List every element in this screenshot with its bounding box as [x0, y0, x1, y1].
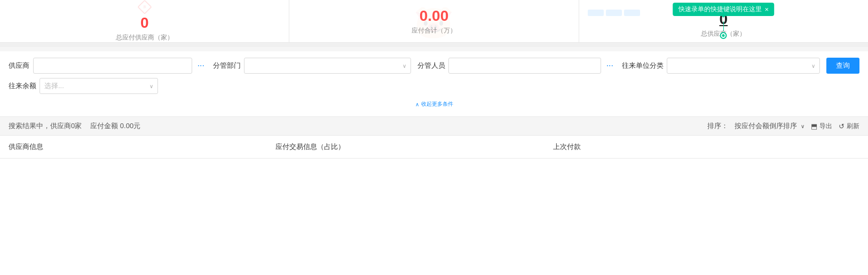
shortcut-tooltip: 快速录单的快捷键说明在这里 × — [673, 3, 775, 16]
collapse-up-icon: ∧ — [415, 101, 419, 107]
table-col-supplier: 供应商信息 — [9, 142, 275, 152]
query-button[interactable]: 查询 — [826, 58, 859, 74]
person-dots-btn[interactable]: ··· — [604, 61, 616, 70]
person-filter-group: 分管人员 ··· — [417, 58, 616, 74]
payable-suppliers-number: 0 — [140, 14, 149, 32]
result-right: 排序： 按应付会额倒序排序 ∨ ⬒ 导出 ↺ 刷新 — [707, 121, 859, 131]
table-area: 供应商信息 应付交易信息（占比） 上次付款 — [0, 136, 868, 275]
filter-area: 供应商 ··· 分管部门 ∨ 分管人员 ··· 往来单位分类 — [0, 51, 868, 117]
collapse-btn[interactable]: ∧ 收起更多条件 — [9, 98, 859, 112]
export-label: 导出 — [819, 122, 832, 131]
sort-value: 按应付会额倒序排序 — [735, 121, 797, 131]
dept-chevron-icon: ∨ — [403, 63, 406, 69]
payable-total-label: 应付合计（万） — [412, 26, 456, 35]
person-label: 分管人员 — [417, 61, 445, 70]
export-icon: ⬒ — [811, 122, 817, 130]
supplier-count-label: 搜索结果中，供应商0家 — [9, 121, 82, 131]
table-header: 供应商信息 应付交易信息（占比） 上次付款 — [0, 136, 868, 159]
result-left: 搜索结果中，供应商0家 应付金额 0.00元 — [9, 121, 140, 131]
sort-prefix-label: 排序： — [707, 121, 728, 131]
category-select[interactable]: ∨ — [667, 58, 820, 74]
dept-select[interactable]: ∨ — [244, 58, 411, 74]
payable-suppliers-label: 总应付供应商（家） — [116, 33, 173, 42]
table-col-last-payment: 上次付款 — [553, 142, 859, 152]
top-divider — [0, 43, 868, 47]
dept-filter-group: 分管部门 ∨ — [213, 58, 411, 74]
supplier-input[interactable] — [33, 58, 192, 74]
tooltip-close-icon[interactable]: × — [765, 6, 769, 13]
tooltip-text: 快速录单的快捷键说明在这里 — [678, 5, 762, 14]
tooltip-line — [723, 21, 724, 31]
collapse-label: 收起更多条件 — [421, 100, 453, 108]
filter-row-1: 供应商 ··· 分管部门 ∨ 分管人员 ··· 往来单位分类 — [9, 58, 859, 74]
person-input[interactable] — [448, 58, 601, 74]
summary-total-suppliers: 快速录单的快捷键说明在这里 × 0 总供应商（家） — [579, 0, 868, 42]
balance-select[interactable]: 选择... ∨ — [40, 78, 158, 94]
result-bar: 搜索结果中，供应商0家 应付金额 0.00元 排序： 按应付会额倒序排序 ∨ ⬒… — [0, 117, 868, 136]
table-body — [0, 159, 868, 275]
payable-total-number: 0.00 — [420, 7, 449, 25]
supplier-dots-btn[interactable]: ··· — [195, 61, 207, 70]
supplier-label: 供应商 — [9, 61, 30, 70]
balance-chevron-icon: ∨ — [149, 83, 153, 89]
supplier-input-wrapper — [33, 58, 192, 74]
summary-payable-suppliers: 票 0 总应付供应商（家） — [0, 0, 289, 42]
refresh-icon: ↺ — [839, 122, 845, 130]
table-col-transaction: 应付交易信息（占比） — [275, 142, 553, 152]
balance-label: 往来余额 — [9, 81, 36, 91]
supplier-filter-group: 供应商 ··· — [9, 58, 207, 74]
diamond-logo-icon: 票 — [131, 0, 158, 14]
refresh-label: 刷新 — [847, 122, 859, 131]
export-btn[interactable]: ⬒ 导出 — [811, 122, 832, 131]
filter-row-2: 往来余额 选择... ∨ — [9, 78, 859, 94]
refresh-btn[interactable]: ↺ 刷新 — [839, 122, 859, 131]
tooltip-dot — [721, 33, 726, 38]
summary-payable-total: 🐷 0.00 应付合计（万） — [289, 0, 579, 42]
balance-placeholder: 选择... — [44, 81, 64, 91]
balance-filter-group: 往来余额 选择... ∨ — [9, 78, 158, 94]
sort-chevron-icon: ∨ — [801, 123, 804, 129]
bg-boxes — [588, 10, 640, 16]
person-input-wrapper — [448, 58, 601, 74]
category-chevron-icon: ∨ — [811, 63, 815, 69]
svg-text:票: 票 — [143, 5, 146, 9]
sort-select[interactable]: 按应付会额倒序排序 ∨ — [735, 121, 804, 131]
amount-label: 应付金额 0.00元 — [90, 121, 140, 131]
dept-label: 分管部门 — [213, 61, 241, 70]
category-filter-group: 往来单位分类 ∨ — [622, 58, 820, 74]
category-label: 往来单位分类 — [622, 61, 664, 70]
